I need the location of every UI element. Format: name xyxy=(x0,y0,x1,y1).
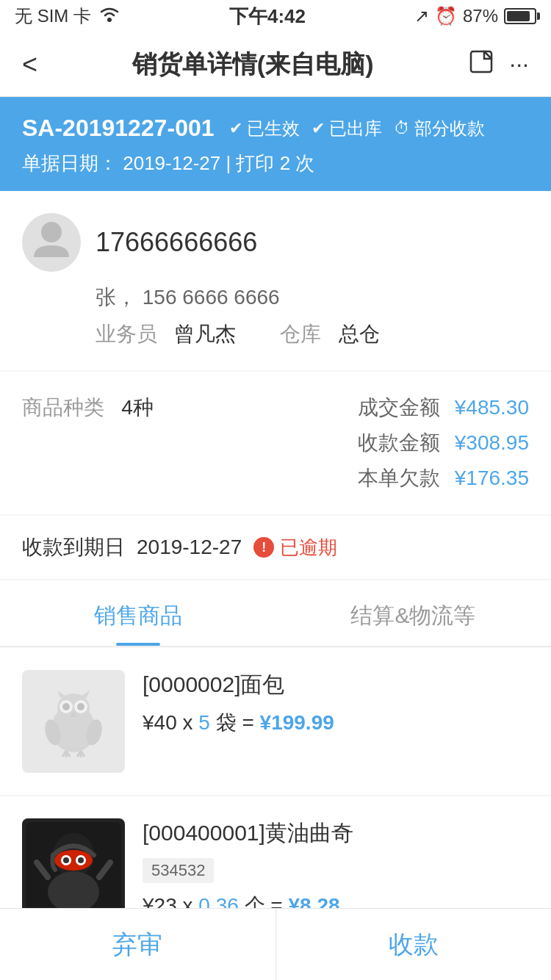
sales-info: 业务员 曾凡杰 xyxy=(96,320,236,348)
due-date: 2019-12-27 xyxy=(137,536,242,559)
carrier-text: 无 SIM 卡 xyxy=(15,4,91,28)
product-tag-cookie: 534532 xyxy=(143,858,214,883)
svg-point-23 xyxy=(54,850,93,871)
amount-value: ¥485.30 xyxy=(455,396,529,419)
overdue-text: 已逾期 xyxy=(280,535,337,561)
customer-info: 张， 156 6666 6666 xyxy=(96,284,529,311)
svg-point-0 xyxy=(107,18,112,22)
tab-bar: 销售商品 结算&物流等 xyxy=(0,580,551,646)
status-delivered: ✔ 已出库 xyxy=(311,117,382,140)
overdue-badge: ! 已逾期 xyxy=(253,535,337,561)
product-info-cookie: [000400001]黄油曲奇 534532 ¥23 x 0.36 个 = ¥8… xyxy=(143,818,529,920)
status-bar: 无 SIM 卡 下午4:42 ↗ ⏰ 87% xyxy=(0,0,551,32)
sales-label: 业务员 xyxy=(96,323,157,345)
bottom-bar: 弃审 收款 xyxy=(0,908,551,980)
status-effected-label: 已生效 xyxy=(247,117,300,140)
stats-left: 商品种类 4种 xyxy=(22,394,154,422)
tab-sales-products[interactable]: 销售商品 xyxy=(0,580,276,646)
cancel-button[interactable]: 弃审 xyxy=(0,909,276,980)
more-icon[interactable]: ··· xyxy=(509,51,529,78)
owl-placeholder: 暂+ xyxy=(22,670,125,773)
debt-label: 本单欠款 xyxy=(358,464,440,492)
header-date: 单据日期： 2019-12-27 | 打印 2 次 xyxy=(22,151,529,176)
debt-value: ¥176.35 xyxy=(455,466,529,490)
check-icon-2: ✔ xyxy=(311,119,325,138)
tab-settlement[interactable]: 结算&物流等 xyxy=(276,580,551,646)
amount-label: 成交金额 xyxy=(358,394,440,422)
battery-icon xyxy=(504,8,536,24)
page-title: 销货单详情(来自电脑) xyxy=(132,48,374,82)
status-badges: ✔ 已生效 ✔ 已出库 ⏱ 部分收款 xyxy=(229,117,485,140)
location-icon: ↗ xyxy=(414,6,429,26)
stats-section: 商品种类 4种 成交金额 ¥485.30 收款金额 ¥308.95 本单欠款 ¥… xyxy=(0,372,551,514)
status-effected: ✔ 已生效 xyxy=(229,117,300,140)
product-type-count: 4种 xyxy=(121,396,154,419)
share-icon[interactable] xyxy=(468,48,494,81)
wifi-icon xyxy=(98,6,120,26)
user-icon xyxy=(29,216,73,269)
product-total-bread: ¥199.99 xyxy=(260,711,334,734)
battery-percent: 87% xyxy=(463,6,498,26)
customer-row: 17666666666 xyxy=(22,213,529,272)
status-delivered-label: 已出库 xyxy=(329,117,382,140)
product-type-label: 商品种类 xyxy=(22,396,104,419)
header-top: SA-20191227-001 ✔ 已生效 ✔ 已出库 ⏱ 部分收款 xyxy=(22,115,529,142)
warehouse-info: 仓库 总仓 xyxy=(280,320,379,348)
due-section: 收款到期日 2019-12-27 ! 已逾期 xyxy=(0,516,551,579)
time-display: 下午4:42 xyxy=(229,4,306,29)
received-row: 收款金额 ¥308.95 xyxy=(358,429,529,457)
sales-name: 曾凡杰 xyxy=(174,323,236,345)
due-label: 收款到期日 xyxy=(22,533,125,561)
order-id: SA-20191227-001 xyxy=(22,115,215,142)
confirm-button[interactable]: 收款 xyxy=(276,909,552,980)
product-list: 暂+ [0000002]面包 ¥40 x 5 袋 = ¥199.99 xyxy=(0,648,551,943)
customer-section: 17666666666 张， 156 6666 6666 业务员 曾凡杰 仓库 … xyxy=(0,191,551,370)
svg-point-26 xyxy=(63,857,69,863)
warehouse-label: 仓库 xyxy=(280,323,321,345)
status-partial: ⏱ 部分收款 xyxy=(394,117,485,140)
svg-text:暂+: 暂+ xyxy=(68,757,79,758)
product-qty-bread: 5 xyxy=(198,711,210,734)
status-partial-label: 部分收款 xyxy=(414,117,485,140)
nav-bar: < 销货单详情(来自电脑) ··· xyxy=(0,32,551,97)
svg-point-28 xyxy=(48,871,99,912)
customer-meta: 业务员 曾凡杰 仓库 总仓 xyxy=(96,320,529,348)
product-name-cookie: [000400001]黄油曲奇 xyxy=(143,818,529,849)
received-label: 收款金额 xyxy=(358,429,440,457)
overdue-icon: ! xyxy=(253,537,274,558)
warehouse-name: 总仓 xyxy=(339,323,380,345)
svg-point-2 xyxy=(41,222,62,242)
product-image-bread: 暂+ xyxy=(22,670,125,773)
amount-row: 成交金额 ¥485.30 xyxy=(358,394,529,422)
customer-account: 17666666666 xyxy=(96,227,257,258)
svg-point-7 xyxy=(62,703,70,710)
status-right: ↗ ⏰ 87% xyxy=(414,6,536,26)
svg-point-8 xyxy=(77,703,84,710)
header-banner: SA-20191227-001 ✔ 已生效 ✔ 已出库 ⏱ 部分收款 单据日期：… xyxy=(0,97,551,191)
product-image-cookie xyxy=(22,818,125,921)
status-left: 无 SIM 卡 xyxy=(15,4,120,28)
received-value: ¥308.95 xyxy=(455,431,529,455)
check-icon-1: ✔ xyxy=(229,119,242,138)
svg-point-27 xyxy=(78,857,84,863)
product-price-bread: ¥40 x 5 袋 = ¥199.99 xyxy=(143,709,529,737)
clock-icon: ⏱ xyxy=(394,119,410,138)
product-item: 暂+ [0000002]面包 ¥40 x 5 袋 = ¥199.99 xyxy=(0,648,551,795)
stats-right: 成交金额 ¥485.30 收款金额 ¥308.95 本单欠款 ¥176.35 xyxy=(358,394,529,492)
product-name-bread: [0000002]面包 xyxy=(143,670,529,700)
back-button[interactable]: < xyxy=(22,49,37,80)
alarm-icon: ⏰ xyxy=(435,6,457,26)
product-info-bread: [0000002]面包 ¥40 x 5 袋 = ¥199.99 xyxy=(143,670,529,737)
avatar xyxy=(22,213,81,272)
nav-actions: ··· xyxy=(468,48,529,81)
debt-row: 本单欠款 ¥176.35 xyxy=(358,464,529,492)
